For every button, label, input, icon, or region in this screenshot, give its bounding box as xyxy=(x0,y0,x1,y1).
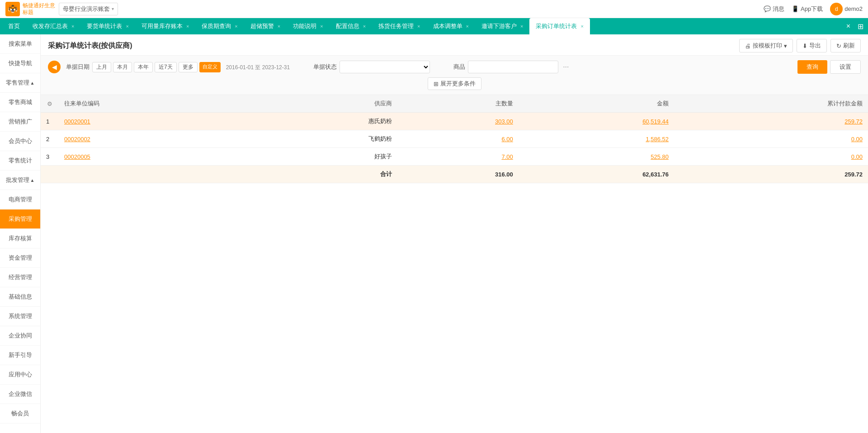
message-btn[interactable]: 💬 消息 xyxy=(764,5,784,13)
footer-label: 合计 xyxy=(253,166,397,183)
filter-collapse-btn[interactable]: ◀ xyxy=(48,61,61,73)
qty-link-2[interactable]: 6.00 xyxy=(501,136,513,143)
tab-close-3[interactable]: × xyxy=(235,24,237,29)
refresh-button[interactable]: ↻ 刷新 xyxy=(830,39,861,52)
tab-close-0[interactable]: × xyxy=(71,24,74,29)
cell-supplier-3: 好孩子 xyxy=(253,148,397,166)
sidebar-item-vip[interactable]: 畅会员 xyxy=(0,404,40,423)
date-btn-custom[interactable]: 自定义 xyxy=(199,62,221,72)
tab-yaohuo[interactable]: 要货单统计表 × xyxy=(80,18,135,34)
tab-close-4[interactable]: × xyxy=(278,24,280,29)
cell-qty-3: 7.00 xyxy=(397,148,519,166)
qty-link-3[interactable]: 7.00 xyxy=(501,153,513,160)
paid-link-2[interactable]: 0.00 xyxy=(851,136,863,143)
main-layout: 搜索菜单 快捷导航 零售管理 ▲ 零售商城 营销推广 会员中心 零售统计 批发管… xyxy=(0,34,868,433)
header-row: ⚙ 往来单位编码 供应商 主数量 金额 累计付款金额 xyxy=(41,95,868,113)
column-settings-icon[interactable]: ⚙ xyxy=(47,100,52,107)
date-btn-7days[interactable]: 近7天 xyxy=(155,62,177,72)
sidebar-item-member[interactable]: 会员中心 xyxy=(0,132,40,151)
wholesale-arrow-icon: ▲ xyxy=(30,178,35,183)
tab-caigou-active[interactable]: 采购订单统计表 × xyxy=(529,18,590,34)
sidebar-item-retail-stat[interactable]: 零售统计 xyxy=(0,151,40,171)
sidebar-item-system[interactable]: 系统管理 xyxy=(0,307,40,326)
tab-shoufa[interactable]: 收发存汇总表 × xyxy=(26,18,80,34)
logo-text: 畅捷通好生意 标题 xyxy=(23,2,55,15)
footer-row: 合计 316.00 62,631.76 259.72 xyxy=(41,166,868,183)
footer-empty-1 xyxy=(41,166,59,183)
table-body: 1 00020001 惠氏奶粉 303.00 60,519.44 259.72 … xyxy=(41,113,868,166)
sidebar-item-enterprise[interactable]: 企业协同 xyxy=(0,326,40,346)
qty-link-1[interactable]: 303.00 xyxy=(495,118,513,125)
tab-close-6[interactable]: × xyxy=(363,24,366,29)
footer-empty-2 xyxy=(59,166,253,183)
code-link-2[interactable]: 00020002 xyxy=(64,136,90,143)
paid-link-1[interactable]: 259.72 xyxy=(844,118,863,125)
tab-close-1[interactable]: × xyxy=(126,24,128,29)
sidebar-item-newguide[interactable]: 新手引导 xyxy=(0,346,40,365)
date-btn-this-month[interactable]: 本月 xyxy=(113,62,132,72)
cell-no-2: 2 xyxy=(41,130,59,148)
company-selector[interactable]: 母婴行业演示账套 ▾ xyxy=(59,3,118,15)
date-btn-more[interactable]: 更多 xyxy=(179,62,198,72)
app-download-btn[interactable]: 📱 App下载 xyxy=(792,5,823,13)
download-icon: 📱 xyxy=(792,5,799,12)
minimize-btn[interactable]: ⊞ xyxy=(855,22,866,31)
goods-ellipsis-icon[interactable]: ··· xyxy=(561,63,571,71)
search-button[interactable]: 查询 xyxy=(797,60,827,74)
tab-kuyong[interactable]: 可用量库存账本 × xyxy=(135,18,195,34)
amount-link-2[interactable]: 1,586.52 xyxy=(646,136,669,143)
amount-link-3[interactable]: 525.80 xyxy=(651,153,669,160)
cell-paid-2: 0.00 xyxy=(674,130,868,148)
print-button[interactable]: 🖨 按模板打印 ▾ xyxy=(739,39,793,52)
code-link-3[interactable]: 00020005 xyxy=(64,153,90,160)
tab-close-2[interactable]: × xyxy=(186,24,189,29)
expand-conditions-btn[interactable]: ⊞ 展开更多条件 xyxy=(428,77,481,90)
logo-area: 🐯 畅捷通好生意 标题 xyxy=(5,2,55,16)
th-qty: 主数量 xyxy=(397,95,519,113)
tab-close-10[interactable]: × xyxy=(580,24,583,29)
tab-close-9[interactable]: × xyxy=(520,24,523,29)
paid-link-3[interactable]: 0.00 xyxy=(851,153,863,160)
sidebar-item-marketing[interactable]: 营销推广 xyxy=(0,112,40,132)
sidebar-item-search[interactable]: 搜索菜单 xyxy=(0,34,40,54)
sidebar-item-inventory[interactable]: 库存核算 xyxy=(0,229,40,248)
user-profile[interactable]: d demo2 xyxy=(830,3,863,15)
sidebar-item-retail[interactable]: 零售管理 ▲ xyxy=(0,73,40,93)
filter-settings-button[interactable]: 设置 xyxy=(830,60,861,74)
sidebar-item-wholesale[interactable]: 批发管理 ▲ xyxy=(0,171,40,190)
footer-qty: 316.00 xyxy=(397,166,519,183)
status-select[interactable] xyxy=(340,61,430,73)
tab-jianhuo[interactable]: 拣货任务管理 × xyxy=(372,18,426,34)
code-link-1[interactable]: 00020001 xyxy=(64,118,90,125)
tab-close-7[interactable]: × xyxy=(417,24,420,29)
tab-yaoqing[interactable]: 邀请下游客户 × xyxy=(475,18,529,34)
close-all-tabs-btn[interactable]: × xyxy=(844,22,853,30)
tab-chaochun[interactable]: 超储预警 × xyxy=(244,18,287,34)
tab-close-5[interactable]: × xyxy=(320,24,323,29)
top-bar: 🐯 畅捷通好生意 标题 母婴行业演示账套 ▾ 💬 消息 📱 App下载 d de… xyxy=(0,0,868,18)
tab-peizhi[interactable]: 配置信息 × xyxy=(330,18,372,34)
th-code: 往来单位编码 xyxy=(59,95,253,113)
status-label: 单据状态 xyxy=(313,63,337,71)
sidebar-item-operations[interactable]: 经营管理 xyxy=(0,268,40,287)
sidebar-item-basic[interactable]: 基础信息 xyxy=(0,287,40,307)
tab-baozhi[interactable]: 保质期查询 × xyxy=(195,18,244,34)
sidebar-item-retail-mall[interactable]: 零售商城 xyxy=(0,93,40,112)
date-btn-last-month[interactable]: 上月 xyxy=(92,62,111,72)
tab-chengben[interactable]: 成本调整单 × xyxy=(427,18,475,34)
tab-close-8[interactable]: × xyxy=(466,24,469,29)
sidebar-item-finance[interactable]: 资金管理 xyxy=(0,248,40,268)
goods-input[interactable] xyxy=(468,61,558,73)
tab-gongneng[interactable]: 功能说明 × xyxy=(287,18,329,34)
date-btn-this-year[interactable]: 本年 xyxy=(134,62,153,72)
tab-home[interactable]: 首页 xyxy=(2,18,26,34)
export-icon: ⬇ xyxy=(802,43,807,49)
sidebar-item-wechat[interactable]: 企业微信 xyxy=(0,385,40,404)
sidebar-item-appcenter[interactable]: 应用中心 xyxy=(0,365,40,385)
export-button[interactable]: ⬇ 导出 xyxy=(797,39,827,52)
sidebar-item-quick[interactable]: 快捷导航 xyxy=(0,54,40,73)
cell-qty-1: 303.00 xyxy=(397,113,519,130)
sidebar-item-purchase[interactable]: 采购管理 xyxy=(0,209,40,229)
sidebar-item-ecommerce[interactable]: 电商管理 xyxy=(0,190,40,209)
amount-link-1[interactable]: 60,519.44 xyxy=(642,118,669,125)
